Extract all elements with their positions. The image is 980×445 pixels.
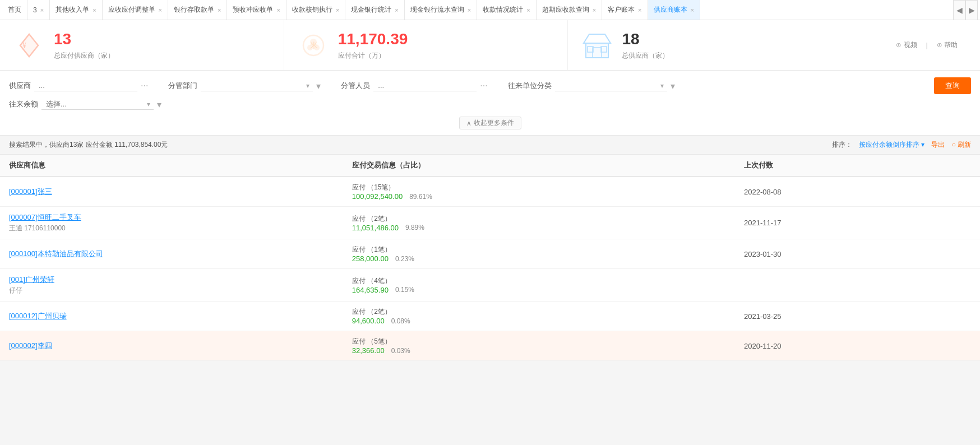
ap-percent: 0.23% [395,255,414,263]
dept-dropdown-icon[interactable]: ▾ [316,81,321,91]
ap-label-line: 应付 （4笔） [352,276,726,286]
ap-amount[interactable]: 100,092,540.00 [352,192,403,201]
nav-tab-receipt-verify[interactable]: 收款核销执行 × [286,0,345,20]
collapse-icon: ∧ [466,119,471,127]
nav-tab-3[interactable]: 3 × [27,0,50,20]
customer-account-close[interactable]: × [638,7,641,13]
nav-tab-overdue-query[interactable]: 超期应收款查询 × [537,0,602,20]
table-header: 供应商信息 应付交易信息（占比） 上次付数 [0,155,980,177]
ap-amount[interactable]: 32,366.00 [352,346,385,355]
supplier-link[interactable]: [000007]恒旺二手叉车 [9,213,81,221]
cash-bank-stat-label: 现金银行统计 [351,5,391,15]
ap-total-number: 11,170.39 [338,30,408,49]
ap-label: 应付 （4笔） [352,277,391,285]
help-links: ⊙ 视频 | ⊙ 帮助 [896,40,967,50]
ap-amount-line: 100,092,540.0089.61% [352,192,726,201]
supplier-account-close[interactable]: × [691,7,694,13]
ap-amount[interactable]: 94,600.00 [352,317,385,325]
video-link[interactable]: ⊙ 视频 [896,40,917,50]
cash-bank-stat-close[interactable]: × [395,7,398,13]
category-input[interactable] [555,80,667,91]
last-payment-cell: 2021-03-25 [735,302,980,331]
nav-tab-customer-account[interactable]: 客户账本 × [602,0,648,20]
nav-tab-cash-bank-flow[interactable]: 现金银行流水查询 × [405,0,477,20]
supplier-link[interactable]: [001]广州荣轩 [9,275,54,284]
nav-prev-button[interactable]: ◀ [953,0,965,20]
tab3-close[interactable]: × [40,7,44,13]
collapse-button[interactable]: ∧ 收起更多条件 [459,117,521,129]
supplier-sub: 王通 17106110000 [9,224,334,233]
table-body: [000001]张三应付 （15笔）100,092,540.0089.61%20… [0,177,980,361]
person-input[interactable] [373,80,477,91]
ap-amount[interactable]: 11,051,486.00 [352,224,399,232]
supplier-table-container: 供应商信息 应付交易信息（占比） 上次付数 [000001]张三应付 （15笔）… [0,155,980,361]
nav-tab-cash-bank-stat[interactable]: 现金银行统计 × [345,0,404,20]
supplier-link[interactable]: [000001]张三 [9,187,52,196]
query-button[interactable]: 查询 [934,77,971,94]
tab3-label: 3 [33,6,37,14]
nav-tab-supplier-account[interactable]: 供应商账本 × [648,0,700,20]
ap-amount[interactable]: 164,635.90 [352,286,389,294]
nav-tab-ap-adjustment[interactable]: 应收应付调整单 × [103,0,168,20]
person-dots-icon[interactable]: ··· [480,81,487,91]
home-label: 首页 [8,5,21,15]
cash-bank-flow-close[interactable]: × [468,7,471,13]
ap-label: 应付 （2笔） [352,215,391,222]
last-payment-date: 2023-01-30 [744,250,782,258]
ap-info-cell: 应付 （2笔）11,051,486.009.89% [343,207,735,239]
receipt-verify-close[interactable]: × [336,7,339,13]
help-link[interactable]: ⊙ 帮助 [937,40,958,50]
balance-input[interactable] [41,99,154,110]
result-bar: 搜索结果中，供应商13家 应付金额 111,703,854.00元 排序： 按应… [0,136,980,155]
ap-percent: 0.08% [391,317,410,325]
nav-tab-receipt-stat[interactable]: 收款情况统计 × [477,0,536,20]
refresh-button[interactable]: ○ 刷新 [951,140,971,150]
supplier-input[interactable] [34,80,137,91]
last-payment-cell: 2023-01-30 [735,239,980,269]
nav-tab-bank-deposit[interactable]: 银行存取款单 × [168,0,227,20]
supplier-link[interactable]: [000002]李四 [9,341,52,350]
prepay-close[interactable]: × [276,7,280,13]
receipt-stat-close[interactable]: × [526,7,530,13]
table-row[interactable]: [000100]本特勒油品有限公司应付 （1笔）258,000.000.23%2… [0,239,980,269]
ap-adjustment-close[interactable]: × [159,7,162,13]
ap-label: 应付 （15笔） [352,183,395,191]
supplier-link[interactable]: [000012]广州贝瑞 [9,312,67,320]
ap-info-cell: 应付 （4笔）164,635.900.15% [343,269,735,302]
table-row[interactable]: [000012]广州贝瑞应付 （2笔）94,600.000.08%2021-03… [0,302,980,331]
grain-icon: 米 [298,30,329,61]
export-button[interactable]: 导出 [931,140,945,150]
supplier-link[interactable]: [000100]本特勒油品有限公司 [9,249,103,258]
ap-label: 应付 （1笔） [352,245,391,253]
table-row[interactable]: [000002]李四应付 （5笔）32,366.000.03%2020-11-2… [0,331,980,361]
ap-percent: 0.03% [391,347,410,355]
diamond-icon: ¥ [13,30,45,61]
overdue-query-close[interactable]: × [593,7,596,13]
category-select-wrapper [555,80,667,91]
refresh-icon: ○ [951,141,958,149]
nav-next-button[interactable]: ▶ [965,0,978,20]
collapse-row: ∧ 收起更多条件 [9,114,971,131]
nav-tab-other-income[interactable]: 其他收入单 × [50,0,102,20]
other-income-close[interactable]: × [93,7,96,13]
ap-amount-line: 32,366.000.03% [352,346,726,355]
dept-input[interactable] [201,80,313,91]
table-row[interactable]: [000001]张三应付 （15笔）100,092,540.0089.61%20… [0,177,980,207]
balance-dropdown-icon[interactable]: ▾ [157,99,161,110]
supplier-dots-icon[interactable]: ··· [141,81,148,91]
sort-select[interactable]: 按应付余额倒序排序 ▾ [859,140,924,150]
category-dropdown-icon[interactable]: ▾ [671,81,675,91]
ap-info-cell: 应付 （1笔）258,000.000.23% [343,239,735,269]
svg-rect-7 [586,43,608,58]
table-row[interactable]: [001]广州荣轩仔仔应付 （4笔）164,635.900.15% [0,269,980,302]
bank-deposit-close[interactable]: × [218,7,221,13]
ap-amount-line: 258,000.000.23% [352,254,726,263]
receipt-verify-label: 收款核销执行 [292,5,332,15]
ap-info-cell: 应付 （15笔）100,092,540.0089.61% [343,177,735,207]
nav-tab-prepay[interactable]: 预收冲应收单 × [227,0,286,20]
filter-row-1: 供应商 ··· 分管部门 ▾ 分管人员 ··· 往来单位分类 ▾ 查询 [9,77,971,94]
nav-tab-home[interactable]: 首页 [2,0,27,20]
total-suppliers-number: 18 [622,30,669,49]
table-row[interactable]: [000007]恒旺二手叉车王通 17106110000应付 （2笔）11,05… [0,207,980,239]
ap-amount[interactable]: 258,000.00 [352,254,389,263]
